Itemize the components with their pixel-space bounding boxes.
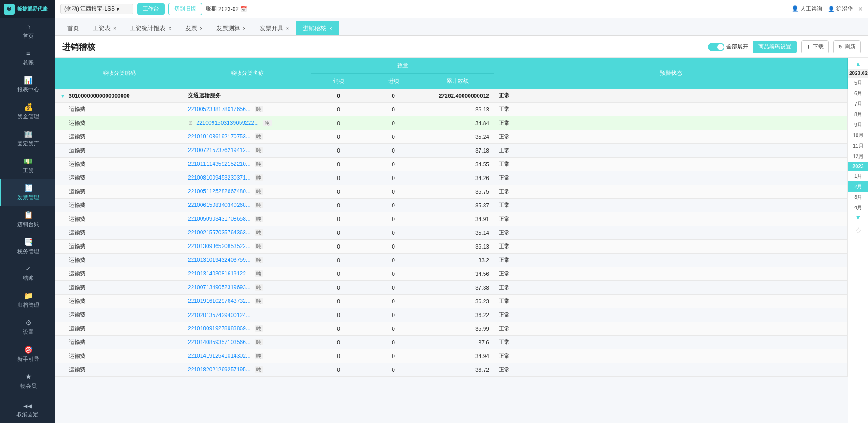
tab-reconcile[interactable]: 进销稽核 × <box>296 21 339 35</box>
group-purchase: 0 <box>366 89 421 103</box>
sidebar-item-invoice[interactable]: 🧾 发票管理 <box>0 179 55 206</box>
refresh-button[interactable]: ↻ 刷新 <box>833 40 861 53</box>
row-cumulative: 35.24 <box>421 130 494 144</box>
sidebar-item-reports[interactable]: 📊 报表中心 <box>0 71 55 98</box>
sidebar-item-guide[interactable]: 🎯 新手引导 <box>0 341 55 368</box>
table-row[interactable]: 运输费 2210141912541014302... 吨 0 0 34.94 正… <box>55 349 848 363</box>
table-row[interactable]: 运输费 2210182021269257195... 吨 0 0 36.72 正… <box>55 363 848 377</box>
month-jan[interactable]: 1月 <box>848 171 868 181</box>
sidebar-item-label: 归档管理 <box>17 301 39 309</box>
page-header: 进销稽核 全部展开 商品编码设置 ⬇ 下载 ↻ 刷新 <box>55 36 868 58</box>
table-row[interactable]: 运输费 2210061508340340268... 吨 0 0 35.37 正… <box>55 199 848 212</box>
tab-invoice-issue[interactable]: 发票开具 × <box>253 21 296 35</box>
table-row[interactable]: 运输费 2210191036192170753... 吨 0 0 35.24 正… <box>55 130 848 144</box>
sidebar-item-vip[interactable]: ★ 畅会员 <box>0 368 55 395</box>
month-aug[interactable]: 8月 <box>848 109 868 120</box>
table-row[interactable]: 运输费 2210050903431708658... 吨 0 0 34.91 正… <box>55 212 848 226</box>
reports-icon: 📊 <box>24 76 33 85</box>
tab-salary-report-close[interactable]: × <box>168 26 171 31</box>
tab-invoice-close[interactable]: × <box>200 26 202 31</box>
month-sep[interactable]: 9月 <box>848 120 868 130</box>
tab-invoice[interactable]: 发票 × <box>178 21 209 35</box>
sidebar-item-funds[interactable]: 💰 资金管理 <box>0 98 55 125</box>
close-button[interactable]: × <box>858 5 863 13</box>
table-row[interactable]: 运输费 2210130936520853522... 吨 0 0 36.13 正… <box>55 240 848 254</box>
tag-badge: 吨 <box>255 202 263 208</box>
company-dropdown-icon: ▾ <box>117 6 119 12</box>
table-row[interactable]: 运输费 2210051125282667480... 吨 0 0 35.75 正… <box>55 185 848 199</box>
sidebar-item-label: 税务管理 <box>17 248 39 255</box>
sidebar-item-settings[interactable]: ⚙ 设置 <box>0 314 55 341</box>
tab-reconcile-close[interactable]: × <box>329 26 332 31</box>
home-icon: ⌂ <box>26 23 31 31</box>
tab-reconcile-label: 进销稽核 <box>303 24 326 32</box>
sidebar-item-home[interactable]: ⌂ 首页 <box>0 18 55 45</box>
month-mar[interactable]: 3月 <box>848 192 868 202</box>
toggle-switch[interactable] <box>708 43 724 51</box>
workspace-button[interactable]: 工作台 <box>137 3 165 15</box>
table-row[interactable]: 运输费 2210100919278983869... 吨 0 0 35.99 正… <box>55 322 848 336</box>
support-link[interactable]: 👤 人工咨询 <box>792 5 822 13</box>
sidebar-item-archive[interactable]: 📁 归档管理 <box>0 287 55 314</box>
row-sales: 0 <box>311 212 366 226</box>
table-row[interactable]: 运输费 2210131403081619122... 吨 0 0 34.56 正… <box>55 267 848 281</box>
tab-invoice-issue-close[interactable]: × <box>286 26 289 31</box>
month-jun[interactable]: 6月 <box>848 88 868 99</box>
table-row[interactable]: 运输费 2210111143592152210... 吨 0 0 34.55 正… <box>55 158 848 171</box>
group-code: ▼ 30100000000000000000 <box>55 89 183 103</box>
month-apr[interactable]: 4月 <box>848 202 868 213</box>
user-profile[interactable]: 👤 徐澄华 <box>828 5 853 13</box>
calendar-icon[interactable]: 📅 <box>240 6 247 12</box>
month-may[interactable]: 5月 <box>848 78 868 88</box>
month-dec[interactable]: 12月 <box>848 151 868 162</box>
month-oct[interactable]: 10月 <box>848 130 868 141</box>
settings-button[interactable]: 商品编码设置 <box>753 41 797 53</box>
table-row[interactable]: 运输费 🗎 2210091503139659222... 吨 0 0 34.84… <box>55 116 848 130</box>
row-status: 正常 <box>494 212 848 226</box>
month-jul[interactable]: 7月 <box>848 99 868 109</box>
col-quantity-group: 数量 <box>311 58 494 74</box>
tab-invoice-calc-close[interactable]: × <box>243 26 245 31</box>
table-row[interactable]: 运输费 2210072157376219412... 吨 0 0 37.18 正… <box>55 144 848 158</box>
sidebar-item-salary[interactable]: 💵 工资 <box>0 152 55 179</box>
sidebar-item-assets[interactable]: 🏢 固定资产 <box>0 125 55 152</box>
tab-salary-report[interactable]: 工资统计报表 × <box>123 21 178 35</box>
table-row[interactable]: 运输费 2210191610297643732... 吨 0 0 36.23 正… <box>55 295 848 308</box>
row-item-name: 运输费 <box>55 240 183 254</box>
tab-home[interactable]: 首页 <box>60 21 86 35</box>
month-nov[interactable]: 11月 <box>848 141 868 151</box>
table-row[interactable]: 运输费 2210081009453230371... 吨 0 0 34.26 正… <box>55 171 848 185</box>
date-nav-down[interactable]: ▼ <box>854 213 863 222</box>
date-nav-up[interactable]: ▲ <box>854 59 863 69</box>
expand-all-toggle[interactable]: 全部展开 <box>708 43 748 51</box>
tab-invoice-calc[interactable]: 发票测算 × <box>209 21 252 35</box>
company-selector[interactable]: (勿动) 江西报宝-LSS ▾ <box>60 4 133 14</box>
table-row[interactable]: 运输费 2210021557035764363... 吨 0 0 35.14 正… <box>55 226 848 240</box>
salary-icon: 💵 <box>24 157 33 165</box>
sidebar-item-label: 工资 <box>23 167 34 174</box>
table-row[interactable]: 运输费 2210131019432403759... 吨 0 0 33.2 正常 <box>55 254 848 267</box>
sidebar-item-tax[interactable]: 📑 税务管理 <box>0 233 55 260</box>
table-row[interactable]: 运输费 2210071349052319693... 吨 0 0 37.38 正… <box>55 281 848 295</box>
download-button[interactable]: ⬇ 下载 <box>801 40 829 53</box>
row-purchase: 0 <box>366 322 421 336</box>
collapse-icon[interactable]: ▼ <box>60 93 65 99</box>
unpin-icon: ◀◀ <box>23 403 32 409</box>
download-icon: ⬇ <box>806 44 811 50</box>
table-row[interactable]: 运输费 2210140859357103566... 吨 0 0 37.6 正常 <box>55 336 848 349</box>
row-cumulative: 36.72 <box>421 363 494 377</box>
tab-salary-table[interactable]: 工资表 × <box>86 21 123 35</box>
sidebar-item-closing[interactable]: ✓ 结账 <box>0 260 55 287</box>
month-feb-active[interactable]: 2月 <box>848 181 868 192</box>
table-row[interactable]: ▼ 30100000000000000000 交通运输服务 0 0 27262.… <box>55 89 848 103</box>
sidebar-unpin[interactable]: ◀◀ 取消固定 <box>0 398 55 423</box>
table-row[interactable]: 运输费 2210201357429400124... 0 0 36.22 正常 <box>55 308 848 322</box>
table-row[interactable]: 运输费 2210052338178017656... 吨 0 0 36.13 正… <box>55 103 848 116</box>
sidebar-item-ledger[interactable]: ≡ 总账 <box>0 45 55 71</box>
row-purchase: 0 <box>366 254 421 267</box>
row-item-code: 2210071349052319693... 吨 <box>183 281 311 295</box>
tab-salary-close[interactable]: × <box>113 26 116 31</box>
switch-old-button[interactable]: 切到旧版 <box>168 3 202 15</box>
favorites-icon[interactable]: ☆ <box>855 226 862 236</box>
sidebar-item-sales-ledger[interactable]: 📋 进销台账 <box>0 206 55 233</box>
